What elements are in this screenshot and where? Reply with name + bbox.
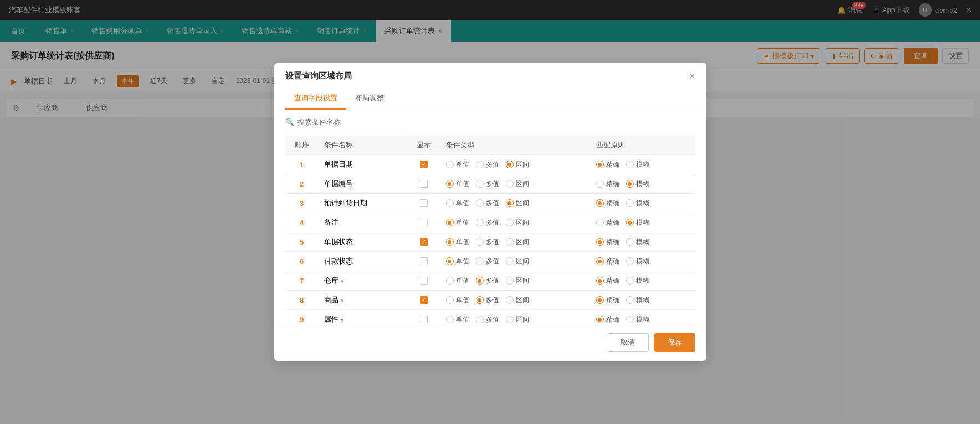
radio-match-exact[interactable]: 精确 <box>596 296 619 305</box>
radio-match-exact[interactable]: 精确 <box>596 315 619 324</box>
table-row: 6付款状态单值多值区间精确模糊 <box>285 252 695 271</box>
row-condition-type: 单值多值区间 <box>440 252 591 271</box>
row-order: 1 <box>285 155 319 174</box>
row-order: 2 <box>285 174 319 194</box>
radio-multi[interactable]: 多值 <box>476 179 499 189</box>
radio-multi[interactable]: 多值 <box>476 257 499 266</box>
radio-match-fuzzy[interactable]: 模糊 <box>626 315 649 324</box>
row-match-rule: 精确模糊 <box>591 155 695 174</box>
th-order: 顺序 <box>285 136 319 155</box>
th-condition-type: 条件类型 <box>440 136 591 155</box>
search-input[interactable] <box>297 118 397 126</box>
radio-match-fuzzy[interactable]: 模糊 <box>626 199 649 208</box>
save-button[interactable]: 保存 <box>654 333 695 352</box>
th-name: 条件名称 <box>319 136 407 155</box>
radio-range[interactable]: 区间 <box>506 315 529 324</box>
dialog-header: 设置查询区域布局 × <box>274 63 706 87</box>
row-display-cell <box>407 213 440 232</box>
radio-single[interactable]: 单值 <box>446 257 469 266</box>
row-display-cell <box>407 232 440 252</box>
display-checkbox[interactable] <box>420 219 428 226</box>
radio-match-exact[interactable]: 精确 <box>596 257 619 266</box>
radio-match-fuzzy[interactable]: 模糊 <box>626 257 649 266</box>
row-display-cell <box>407 252 440 271</box>
display-checkbox[interactable] <box>420 257 428 265</box>
radio-single[interactable]: 单值 <box>446 160 469 169</box>
table-row: 7仓库 ∨单值多值区间精确模糊 <box>285 271 695 291</box>
radio-multi[interactable]: 多值 <box>476 199 499 208</box>
row-match-rule: 精确模糊 <box>591 194 695 213</box>
dialog-body: 🔍 顺序 条件名称 显示 条件类型 匹配原则 <box>274 110 706 324</box>
radio-range[interactable]: 区间 <box>506 179 529 189</box>
row-name: 商品 ∨ <box>319 291 407 310</box>
row-name: 备注 <box>319 213 407 232</box>
row-match-rule: 精确模糊 <box>591 232 695 252</box>
th-match-rule: 匹配原则 <box>591 136 695 155</box>
radio-range[interactable]: 区间 <box>506 237 529 247</box>
radio-multi[interactable]: 多值 <box>476 315 499 324</box>
settings-dialog: 设置查询区域布局 × 查询字段设置 布局调整 🔍 顺序 条件名称 <box>274 63 706 361</box>
table-row: 9属性 ∨单值多值区间精确模糊 <box>285 310 695 324</box>
row-order: 3 <box>285 194 319 213</box>
display-checkbox[interactable] <box>420 316 428 323</box>
display-checkbox[interactable] <box>420 161 428 168</box>
dialog-overlay: 设置查询区域布局 × 查询字段设置 布局调整 🔍 顺序 条件名称 <box>0 0 980 424</box>
radio-range[interactable]: 区间 <box>506 218 529 227</box>
radio-match-fuzzy[interactable]: 模糊 <box>626 237 649 247</box>
radio-match-exact[interactable]: 精确 <box>596 237 619 247</box>
radio-match-exact[interactable]: 精确 <box>596 218 619 227</box>
radio-match-exact[interactable]: 精确 <box>596 160 619 169</box>
radio-single[interactable]: 单值 <box>446 315 469 324</box>
radio-match-fuzzy[interactable]: 模糊 <box>626 218 649 227</box>
search-icon: 🔍 <box>285 118 294 126</box>
radio-match-exact[interactable]: 精确 <box>596 179 619 189</box>
radio-match-fuzzy[interactable]: 模糊 <box>626 276 649 286</box>
radio-multi[interactable]: 多值 <box>476 218 499 227</box>
radio-match-exact[interactable]: 精确 <box>596 276 619 286</box>
table-row: 1单据日期单值多值区间精确模糊 <box>285 155 695 174</box>
radio-multi[interactable]: 多值 <box>476 296 499 305</box>
search-bar: 🔍 <box>285 118 407 130</box>
radio-range[interactable]: 区间 <box>506 276 529 286</box>
radio-range[interactable]: 区间 <box>506 199 529 208</box>
cancel-button[interactable]: 取消 <box>607 333 649 352</box>
row-name: 付款状态 <box>319 252 407 271</box>
radio-match-fuzzy[interactable]: 模糊 <box>626 179 649 189</box>
radio-single[interactable]: 单值 <box>446 218 469 227</box>
dialog-close-btn[interactable]: × <box>689 71 695 81</box>
display-checkbox[interactable] <box>420 238 428 246</box>
radio-range[interactable]: 区间 <box>506 160 529 169</box>
display-checkbox[interactable] <box>420 199 428 207</box>
table-row: 2单据编号单值多值区间精确模糊 <box>285 174 695 194</box>
radio-range[interactable]: 区间 <box>506 296 529 305</box>
radio-single[interactable]: 单值 <box>446 237 469 247</box>
display-checkbox[interactable] <box>420 277 428 285</box>
radio-match-exact[interactable]: 精确 <box>596 199 619 208</box>
row-condition-type: 单值多值区间 <box>440 310 591 324</box>
radio-match-fuzzy[interactable]: 模糊 <box>626 296 649 305</box>
table-scroll[interactable]: 顺序 条件名称 显示 条件类型 匹配原则 1单据日期单值多值区间精确模糊2单据编… <box>285 136 695 324</box>
dialog-tab-query-fields[interactable]: 查询字段设置 <box>285 87 346 110</box>
radio-match-fuzzy[interactable]: 模糊 <box>626 160 649 169</box>
row-display-cell <box>407 291 440 310</box>
dialog-tab-layout[interactable]: 布局调整 <box>346 87 393 110</box>
radio-multi[interactable]: 多值 <box>476 160 499 169</box>
row-match-rule: 精确模糊 <box>591 213 695 232</box>
row-match-rule: 精确模糊 <box>591 310 695 324</box>
radio-single[interactable]: 单值 <box>446 296 469 305</box>
row-condition-type: 单值多值区间 <box>440 194 591 213</box>
display-checkbox[interactable] <box>420 180 428 188</box>
display-checkbox[interactable] <box>420 296 428 304</box>
row-condition-type: 单值多值区间 <box>440 155 591 174</box>
row-match-rule: 精确模糊 <box>591 174 695 194</box>
radio-range[interactable]: 区间 <box>506 257 529 266</box>
radio-single[interactable]: 单值 <box>446 276 469 286</box>
radio-single[interactable]: 单值 <box>446 199 469 208</box>
radio-multi[interactable]: 多值 <box>476 237 499 247</box>
th-display: 显示 <box>407 136 440 155</box>
radio-single[interactable]: 单值 <box>446 179 469 189</box>
row-order: 7 <box>285 271 319 291</box>
radio-multi[interactable]: 多值 <box>476 276 499 286</box>
dialog-tabs: 查询字段设置 布局调整 <box>274 87 706 110</box>
row-match-rule: 精确模糊 <box>591 291 695 310</box>
